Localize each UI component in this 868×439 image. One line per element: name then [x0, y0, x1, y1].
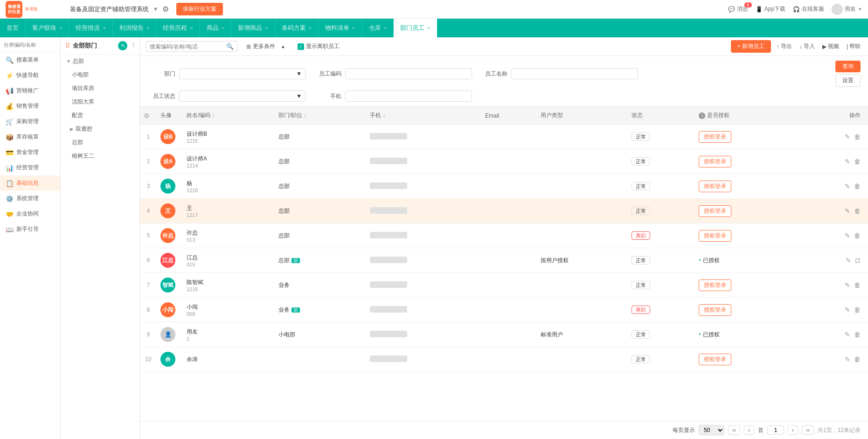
message-action[interactable]: 💬 消息 6 — [728, 5, 748, 13]
authorize-button[interactable]: 授权登录 — [699, 156, 731, 167]
nav-tab-经营情况[interactable]: 经营情况× — [69, 19, 112, 37]
delete-icon[interactable]: 🗑 — [854, 182, 861, 190]
edit-icon[interactable]: ✎ — [845, 182, 850, 190]
tab-close-icon[interactable]: × — [103, 25, 105, 31]
collapse-btn[interactable]: 《 — [129, 41, 135, 50]
nav-tab-条码方案[interactable]: 条码方案× — [275, 19, 319, 37]
nav-tab-利润报告[interactable]: 利润报告× — [113, 19, 156, 37]
status-select[interactable]: ▼ — [179, 91, 306, 102]
delete-icon[interactable]: 🗑 — [854, 232, 861, 239]
sidebar-search-input[interactable] — [4, 42, 61, 48]
authorize-button[interactable]: 授权登录 — [699, 230, 731, 242]
page-number-input[interactable] — [767, 425, 784, 435]
nav-tab-物料清单[interactable]: 物料清单× — [319, 19, 362, 37]
copy-icon[interactable]: ⊡ — [855, 257, 861, 264]
show-resigned-toggle[interactable]: ✓ 显示离职员工 — [298, 42, 340, 50]
authorize-button[interactable]: 授权登录 — [699, 181, 731, 192]
edit-icon[interactable]: ✎ — [845, 331, 850, 338]
delete-icon[interactable]: 🗑 — [854, 355, 861, 363]
edit-icon[interactable]: ✎ — [845, 207, 850, 215]
sidebar-item-经营管理[interactable]: 📊经营管理 — [0, 160, 60, 175]
sidebar-item-库存核算[interactable]: 📦库存核算 — [0, 129, 60, 145]
settings-icon[interactable]: ⚙ — [162, 5, 169, 14]
tree-node-总部[interactable]: 总部 — [61, 136, 139, 149]
sidebar-item-资金管理[interactable]: 💳资金管理 — [0, 145, 60, 160]
help-button[interactable]: | 帮助 — [845, 41, 862, 52]
edit-icon[interactable]: ✎ — [845, 306, 850, 314]
sidebar-item-采购管理[interactable]: 🛒采购管理 — [0, 114, 60, 129]
first-page-button[interactable]: ‹‹ — [728, 425, 740, 435]
per-page-select[interactable]: 50 100 — [699, 425, 724, 435]
tree-node-小电部[interactable]: 小电部 — [61, 68, 139, 82]
sidebar-item-新手引导[interactable]: 📖新手引导 — [0, 222, 60, 237]
add-employee-button[interactable]: + 新增员工 — [731, 40, 771, 53]
nav-tab-首页[interactable]: 首页 — [0, 19, 26, 37]
authorize-button[interactable]: 授权登录 — [699, 279, 731, 291]
tree-edit-icon[interactable]: ✎ — [118, 41, 127, 50]
th-gear[interactable]: ⚙ — [140, 107, 157, 125]
tab-close-icon[interactable]: × — [352, 25, 355, 31]
dept-select[interactable]: ▼ — [179, 68, 306, 79]
th-name[interactable]: 姓名/编码 ↕ — [183, 107, 275, 125]
tree-node-配货[interactable]: 配货 — [61, 109, 139, 122]
last-page-button[interactable]: ›› — [802, 425, 814, 435]
th-phone[interactable]: 手机 ↕ — [366, 107, 481, 125]
sidebar-item-企业协同[interactable]: 🤝企业协同 — [0, 206, 60, 222]
dropdown-arrow-icon[interactable]: ▼ — [153, 6, 159, 13]
trial-btn[interactable]: 体验行业方案 — [176, 3, 223, 15]
tab-close-icon[interactable]: × — [265, 25, 268, 31]
delete-icon[interactable]: 🗑 — [854, 158, 861, 165]
tab-close-icon[interactable]: × — [59, 25, 62, 31]
th-dept[interactable]: 部门/职位 ↕ — [275, 107, 367, 125]
more-conditions-btn[interactable]: ⊞ 更多条件 ▲ — [243, 40, 293, 53]
delete-icon[interactable]: 🗑 — [854, 207, 861, 215]
set-button[interactable]: 设置 — [835, 74, 861, 87]
nav-tab-仓库[interactable]: 仓库× — [362, 19, 394, 37]
nav-tab-商品[interactable]: 商品× — [200, 19, 231, 37]
authorize-button[interactable]: 授权登录 — [699, 131, 731, 143]
authorize-button[interactable]: 授权登录 — [699, 205, 731, 217]
tree-node-沈阳大库[interactable]: 沈阳大库 — [61, 95, 139, 109]
tab-close-icon[interactable]: × — [309, 25, 312, 31]
edit-icon[interactable]: ✎ — [845, 133, 850, 140]
tree-node-植树王二[interactable]: 植树王二 — [61, 149, 139, 163]
sidebar-item-快捷导航[interactable]: ⚡快捷导航 — [0, 68, 60, 83]
employee-search-input[interactable] — [150, 43, 224, 50]
nav-tab-客户联络[interactable]: 客户联络× — [26, 19, 69, 37]
online-service-action[interactable]: 🎧 在线客服 — [793, 5, 824, 13]
delete-icon[interactable]: 🗑 — [854, 133, 861, 140]
prev-page-button[interactable]: ‹ — [744, 425, 754, 435]
search-icon[interactable]: 🔍 — [226, 43, 234, 50]
delete-icon[interactable]: 🗑 — [854, 281, 861, 289]
tab-close-icon[interactable]: × — [222, 25, 224, 31]
tree-node-总部[interactable]: ▼ 总部 — [61, 55, 139, 68]
tab-close-icon[interactable]: × — [146, 25, 149, 31]
edit-icon[interactable]: ✎ — [845, 281, 850, 289]
view-button[interactable]: ▶ 视频 — [820, 41, 841, 52]
authorize-button[interactable]: 授权登录 — [699, 304, 731, 316]
edit-icon[interactable]: ✎ — [845, 355, 850, 363]
nav-tab-部门员工[interactable]: 部门员工× — [394, 19, 437, 37]
import-button[interactable]: ↓ 导入 — [798, 41, 817, 52]
sidebar-item-基础信息[interactable]: 📋基础信息 — [0, 175, 60, 191]
edit-icon[interactable]: ✎ — [845, 158, 850, 165]
phone-input[interactable] — [345, 91, 472, 102]
app-download-action[interactable]: 📱 App下载 — [756, 5, 785, 13]
tab-close-icon[interactable]: × — [384, 25, 387, 31]
employee-name-input[interactable] — [511, 68, 638, 79]
query-button[interactable]: 查询 — [835, 61, 861, 72]
tree-node-项目库房[interactable]: 项目库房 — [61, 82, 139, 95]
employee-code-input[interactable] — [345, 68, 472, 79]
nav-tab-经营历程[interactable]: 经营历程× — [156, 19, 200, 37]
delete-icon[interactable]: 🗑 — [854, 306, 861, 314]
edit-icon[interactable]: ✎ — [846, 257, 851, 264]
nav-tab-新增商品[interactable]: 新增商品× — [231, 19, 275, 37]
delete-icon[interactable]: 🗑 — [854, 331, 861, 338]
sidebar-item-销售管理[interactable]: 💰销售管理 — [0, 98, 60, 114]
authorize-button[interactable]: 授权登录 — [699, 354, 731, 365]
sidebar-item-营销推广[interactable]: 📢营销推广 — [0, 83, 60, 98]
tree-node-双鹿想[interactable]: ▶ 双鹿想 — [61, 122, 139, 136]
sidebar-item-系统管理[interactable]: ⚙️系统管理 — [0, 191, 60, 206]
edit-icon[interactable]: ✎ — [845, 232, 850, 239]
sidebar-item-搜索菜单[interactable]: 🔍搜索菜单 — [0, 52, 60, 68]
